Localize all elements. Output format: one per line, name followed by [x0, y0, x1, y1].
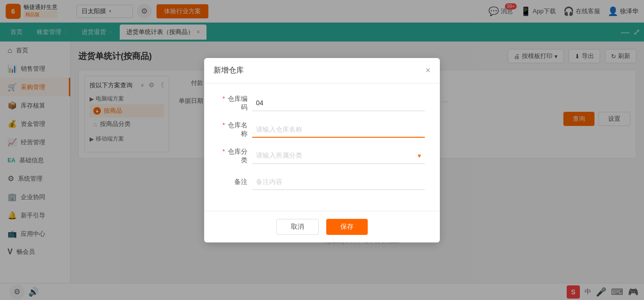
required-star-cat: * — [223, 148, 225, 155]
code-label: * 仓库编码 — [219, 95, 252, 112]
category-arrow-icon: ▾ — [418, 152, 421, 159]
name-input[interactable] — [252, 122, 425, 138]
name-label: * 仓库名称 — [219, 121, 252, 138]
form-row-code: * 仓库编码 — [219, 95, 425, 112]
note-label: 备注 — [219, 178, 252, 186]
required-star-code: * — [223, 95, 225, 102]
modal-header: 新增仓库 × — [204, 58, 440, 83]
modal-title: 新增仓库 — [214, 66, 244, 75]
form-row-note: 备注 — [219, 174, 425, 190]
form-row-category: * 仓库分类 请输入所属分类 ▾ — [219, 148, 425, 165]
add-warehouse-modal: 新增仓库 × * 仓库编码 * 仓库名称 — [204, 58, 440, 242]
code-input[interactable] — [252, 95, 425, 111]
modal-body: * 仓库编码 * 仓库名称 * 仓库分类 请输入所属 — [204, 83, 440, 211]
modal-footer: 取消 保存 — [204, 211, 440, 242]
category-placeholder: 请输入所属分类 — [256, 151, 302, 160]
category-select[interactable]: 请输入所属分类 ▾ — [252, 148, 425, 164]
note-input[interactable] — [252, 174, 425, 190]
save-button[interactable]: 保存 — [326, 219, 368, 235]
category-label: * 仓库分类 — [219, 148, 252, 165]
cancel-button[interactable]: 取消 — [276, 219, 319, 235]
modal-overlay: 新增仓库 × * 仓库编码 * 仓库名称 — [0, 0, 644, 300]
form-row-name: * 仓库名称 — [219, 121, 425, 138]
required-star-name: * — [223, 121, 225, 129]
modal-close-icon[interactable]: × — [425, 66, 430, 75]
